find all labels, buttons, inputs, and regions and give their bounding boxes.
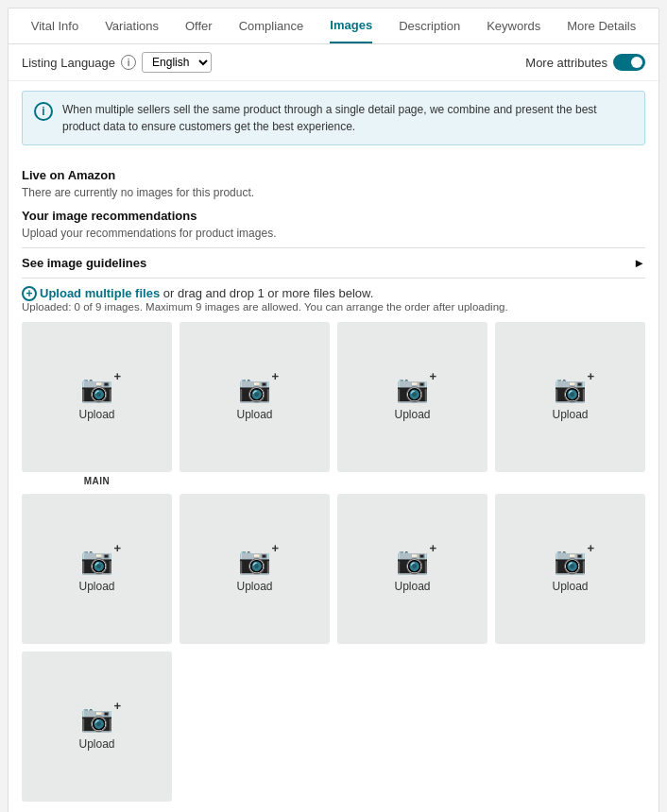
top-navigation: Vital Info Variations Offer Compliance I…: [9, 8, 658, 44]
nav-keywords[interactable]: Keywords: [487, 19, 540, 42]
camera-plus-3: +: [429, 369, 436, 383]
camera-icon-8: 📷+: [554, 545, 587, 576]
upload-label-7: Upload: [394, 580, 430, 593]
upload-slot-2[interactable]: 📷+ Upload: [180, 322, 330, 472]
image-row-1: 📷+ Upload MAIN 📷+ Upload 📷+: [22, 322, 645, 486]
upload-multiple-link[interactable]: Upload multiple files: [40, 286, 160, 300]
recommendations-desc: Upload your recommendations for product …: [22, 227, 645, 240]
nav-vital-info[interactable]: Vital Info: [31, 19, 78, 42]
image-grid-row-1: 📷+ Upload MAIN 📷+ Upload 📷+: [22, 322, 645, 486]
camera-plus-7: +: [429, 541, 436, 555]
nav-offer[interactable]: Offer: [185, 19, 213, 42]
camera-plus-2: +: [271, 369, 279, 383]
toolbar: Listing Language i English More attribut…: [9, 44, 658, 81]
camera-icon-3: 📷+: [396, 373, 429, 404]
info-banner: i When multiple sellers sell the same pr…: [22, 91, 645, 145]
camera-icon-7: 📷+: [396, 545, 429, 576]
camera-icon-9: 📷+: [80, 702, 113, 734]
camera-icon-1: 📷+: [80, 373, 113, 404]
camera-plus-8: +: [587, 541, 594, 555]
upload-slot-5[interactable]: 📷+ Upload: [22, 494, 172, 644]
drag-drop-text: or drag and drop 1 or more files below.: [160, 286, 373, 300]
upload-multiple-row: +Upload multiple files or drag and drop …: [22, 286, 645, 301]
more-attributes-label: More attributes: [525, 56, 607, 70]
camera-icon-4: 📷+: [554, 373, 587, 404]
nav-images[interactable]: Images: [330, 18, 372, 43]
more-attributes-toggle[interactable]: [613, 54, 645, 71]
live-on-amazon-title: Live on Amazon: [22, 168, 645, 182]
upload-label-6: Upload: [236, 580, 272, 593]
upload-slot-8[interactable]: 📷+ Upload: [495, 494, 645, 644]
chevron-right-icon: ►: [633, 256, 645, 270]
upload-slot-4[interactable]: 📷+ Upload: [495, 322, 645, 472]
recommendations-title: Your image recommendations: [22, 209, 645, 223]
more-attributes-group: More attributes: [525, 54, 645, 71]
listing-language-info-icon[interactable]: i: [121, 55, 136, 70]
content-area: Live on Amazon There are currently no im…: [9, 155, 658, 812]
see-guidelines-row[interactable]: See image guidelines ►: [22, 247, 645, 279]
camera-plus-5: +: [113, 541, 121, 555]
image-row-3: 📷+ Upload: [22, 651, 645, 802]
upload-box-1: 📷+ Upload MAIN: [22, 322, 172, 486]
listing-language-label: Listing Language: [22, 56, 115, 70]
see-guidelines-label: See image guidelines: [22, 256, 146, 270]
nav-compliance[interactable]: Compliance: [239, 19, 304, 42]
upload-slot-3[interactable]: 📷+ Upload: [337, 322, 487, 472]
nav-more-details[interactable]: More Details: [567, 19, 636, 42]
camera-plus-1: +: [113, 369, 121, 383]
upload-circle-icon: +: [22, 286, 37, 301]
upload-label-3: Upload: [394, 408, 430, 421]
upload-slot-6[interactable]: 📷+ Upload: [180, 494, 330, 644]
main-label: MAIN: [22, 476, 172, 486]
listing-language-group: Listing Language i English: [22, 52, 212, 73]
upload-slot-9[interactable]: 📷+ Upload: [22, 651, 172, 802]
info-banner-icon: i: [34, 102, 53, 121]
upload-label-5: Upload: [78, 580, 114, 593]
upload-controls: +Upload multiple files or drag and drop …: [22, 286, 645, 313]
camera-plus-6: +: [271, 541, 279, 555]
upload-label-1: Upload: [78, 408, 114, 421]
upload-label-9: Upload: [78, 737, 114, 751]
nav-description[interactable]: Description: [399, 19, 460, 42]
image-row-2: 📷+ Upload 📷+ Upload 📷+ Upload: [22, 494, 645, 644]
image-grid-row-3: 📷+ Upload: [22, 651, 645, 802]
upload-slot-1[interactable]: 📷+ Upload: [22, 322, 172, 472]
upload-info-text: Uploaded: 0 of 9 images. Maximum 9 image…: [22, 301, 645, 313]
info-banner-text: When multiple sellers sell the same prod…: [62, 101, 633, 135]
camera-icon-2: 📷+: [238, 373, 271, 404]
image-grid-row-2: 📷+ Upload 📷+ Upload 📷+ Upload: [22, 494, 645, 644]
camera-icon-5: 📷+: [80, 545, 113, 576]
upload-label-2: Upload: [236, 408, 272, 421]
upload-slot-7[interactable]: 📷+ Upload: [337, 494, 487, 644]
camera-plus-4: +: [587, 369, 594, 383]
nav-variations[interactable]: Variations: [105, 19, 159, 42]
camera-icon-6: 📷+: [238, 545, 271, 576]
upload-label-4: Upload: [552, 408, 588, 421]
language-select[interactable]: English: [142, 52, 212, 73]
upload-label-8: Upload: [552, 580, 588, 593]
live-on-amazon-desc: There are currently no images for this p…: [22, 186, 645, 199]
camera-plus-9: +: [113, 699, 121, 713]
